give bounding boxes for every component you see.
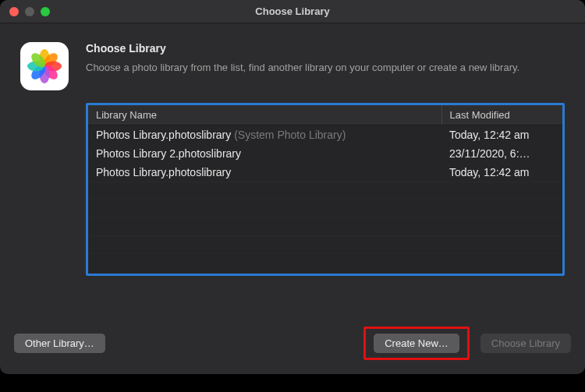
choose-library-button: Choose Library (480, 334, 571, 353)
column-library-name[interactable]: Library Name (88, 105, 441, 125)
table-row[interactable]: Photos Library.photoslibrary (System Pho… (88, 125, 562, 145)
table-row[interactable]: Photos Library 2.photoslibrary 23/11/202… (88, 144, 562, 163)
choose-library-window: Choose Library Choose Library Choose a p… (0, 0, 585, 374)
library-name: Photos Library.photoslibrary (96, 166, 231, 178)
library-name: Photos Library.photoslibrary (96, 129, 231, 141)
library-name: Photos Library 2.photoslibrary (96, 147, 241, 160)
dialog-content: Choose Library Choose a photo library fr… (0, 23, 585, 90)
close-icon[interactable] (9, 7, 19, 16)
traffic-lights (0, 7, 50, 16)
library-modified: 23/11/2020, 6:… (441, 144, 562, 163)
dialog-title: Choose Library (86, 42, 565, 55)
zoom-icon[interactable] (41, 7, 50, 16)
annotation-highlight: Create New… (363, 327, 470, 360)
library-tag: (System Photo Library) (234, 129, 346, 141)
minimize-icon (25, 7, 34, 16)
library-modified: Today, 12:42 am (441, 125, 562, 145)
library-table: Library Name Last Modified Photos Librar… (86, 103, 565, 276)
photos-app-icon (20, 42, 69, 90)
library-modified: Today, 12:42 am (441, 163, 562, 182)
titlebar: Choose Library (0, 0, 585, 23)
other-library-button[interactable]: Other Library… (14, 334, 105, 353)
window-title: Choose Library (255, 5, 329, 17)
table-row[interactable]: Photos Library.photoslibrary Today, 12:4… (88, 163, 562, 182)
column-last-modified[interactable]: Last Modified (441, 105, 562, 125)
dialog-footer: Other Library… Create New… Choose Librar… (14, 327, 571, 360)
create-new-button[interactable]: Create New… (374, 334, 459, 353)
dialog-description: Choose a photo library from the list, fi… (86, 61, 565, 75)
